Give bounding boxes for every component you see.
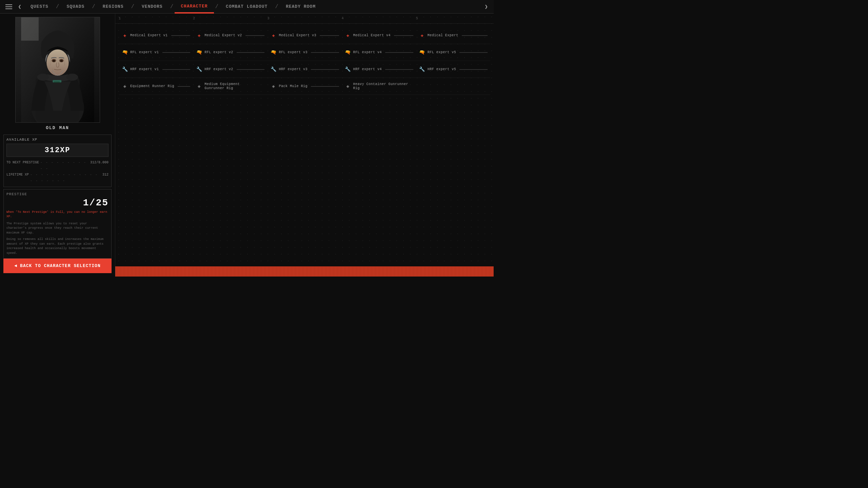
skill-bar-pack_mule_rig [311,86,339,87]
skill-icon-hrf_expert_v4: 🔧 [344,66,351,73]
skill-bar-rfl_expert_v3 [311,52,339,53]
prestige-value: 1/25 [6,198,108,208]
lifetime-xp-row: LIFETIME XP - - - - - - - - - - - - - - … [6,172,108,184]
to-next-prestige-row: TO NEXT PRESTIGE - - - - - - - - - - - 3… [6,160,108,172]
nav-prev-button[interactable]: ❮ [15,2,24,12]
skill-bar-equipment_runner_rig [178,86,190,87]
skill-name-hrf_expert_v1: HRF expert v1 [130,67,159,72]
nav-item-combat-loadout[interactable]: COMBAT LOADOUT [220,0,274,14]
to-next-prestige-value: 312/8.000 [90,160,108,172]
skill-icon-hrf_expert_v2: 🔧 [196,66,202,73]
skill-name-rfl_expert_v4: RFL expert v4 [353,50,382,55]
skill-icon-medical_expert_v4: ✚ [344,32,351,39]
skill-cell-hrf_expert_v3[interactable]: 🔧HRF expert v3 [267,61,341,78]
skill-bar-rfl_expert_v1 [162,52,191,53]
skill-name-medical_expert_v1: Medical Expert v1 [130,34,168,38]
nav-item-regions[interactable]: REGIONS [97,0,130,14]
skill-icon-equipment_runner_rig: ◈ [121,83,128,90]
character-name: OLD MAN [3,123,112,133]
nav-next-button[interactable]: ❯ [481,2,491,12]
skill-icon-pack_mule_rig: ◈ [270,83,277,90]
nav-separator: / [170,4,174,10]
skill-cell-rfl_expert_v1[interactable]: 🔫RFL expert v1 [119,44,193,61]
skill-cell-rfl_expert_v3[interactable]: 🔫RFL expert v3 [267,44,341,61]
skill-cell-empty-r3-t5 [416,78,490,95]
svg-rect-9 [54,82,59,83]
skill-bar-rfl_expert_v4 [385,52,413,53]
lifetime-xp-label: LIFETIME XP [6,172,29,184]
skill-name-rfl_expert_v2: RFL expert v2 [204,50,233,55]
skill-name-medical_expert_v3: Medical Expert v3 [279,34,316,38]
skill-bar-medical_expert_v5 [462,35,488,36]
svg-point-10 [37,74,48,81]
skill-cell-hrf_expert_v2[interactable]: 🔧HRF expert v2 [193,61,267,78]
skill-bar-medical_expert_v3 [320,35,339,36]
back-arrow-icon: ◄ [14,263,17,268]
skill-icon-medium_equipment_gunrunner_rig: ◈ [196,83,202,90]
skills-area: ✚Medical Expert v1✚Medical Expert v2✚Med… [115,24,494,266]
svg-point-7 [60,60,63,62]
skill-icon-hrf_expert_v5: 🔧 [419,66,426,73]
nav-item-quests[interactable]: QUESTS [24,0,55,14]
right-panel: 12345 ✚Medical Expert v1✚Medical Expert … [115,14,494,277]
xp-panel-title: AVAILABLE XP [6,138,108,142]
skill-icon-medical_expert_v3: ✚ [270,32,277,39]
nav-item-character[interactable]: CHARACTER [175,0,214,14]
skill-cell-medical_expert_v2[interactable]: ✚Medical Expert v2 [193,27,267,44]
prestige-desc-1: The Prestige system allows you to reset … [6,222,108,236]
nav-separator: / [56,4,59,10]
skill-icon-rfl_expert_v1: 🔫 [121,49,128,56]
skill-cell-hrf_expert_v1[interactable]: 🔧HRF expert v1 [119,61,193,78]
skill-cell-medical_expert_v4[interactable]: ✚Medical Expert v4 [342,27,416,44]
skill-cell-rfl_expert_v2[interactable]: 🔫RFL expert v2 [193,44,267,61]
tier-label-3: 3 [267,17,341,20]
skill-bar-hrf_expert_v2 [237,69,265,70]
skill-icon-rfl_expert_v4: 🔫 [344,49,351,56]
skill-bar-hrf_expert_v4 [385,69,413,70]
nav-item-ready-room[interactable]: READY ROOM [280,0,322,14]
skill-bar-hrf_expert_v1 [162,69,191,70]
nav-item-squads[interactable]: SQUADS [60,0,91,14]
skill-cell-rfl_expert_v5[interactable]: 🔫RFL expert v5 [416,44,490,61]
xp-value: 312XP [6,144,108,157]
nav-separator: / [131,4,134,10]
skill-name-rfl_expert_v3: RFL expert v3 [279,50,308,55]
character-portrait [15,17,100,123]
nav-separator: / [275,4,278,10]
nav-item-vendors[interactable]: VENDORS [136,0,169,14]
skill-icon-medical_expert_v5: ✚ [419,32,426,39]
svg-point-11 [66,74,78,81]
skill-cell-medical_expert_v5[interactable]: ✚Medical Expert [416,27,490,44]
svg-point-3 [46,49,69,76]
nav-items: QUESTS/SQUADS/REGIONS/VENDORS/CHARACTER/… [24,0,481,14]
skill-cell-equipment_runner_rig[interactable]: ◈Equipment Runner Rig [119,78,193,95]
skill-cell-hrf_expert_v4[interactable]: 🔧HRF expert v4 [342,61,416,78]
skill-name-hrf_expert_v4: HRF expert v4 [353,67,382,72]
skill-name-heavy_container_gunrunner_rig: Heavy Container Gunrunner Rig [353,82,410,90]
main-content: OLD MAN AVAILABLE XP 312XP TO NEXT PREST… [0,14,494,277]
prestige-desc-2: Doing so removes all skills and increase… [6,237,108,256]
skill-cell-pack_mule_rig[interactable]: ◈Pack Mule Rig [267,78,341,95]
skill-cell-medical_expert_v3[interactable]: ✚Medical Expert v3 [267,27,341,44]
skill-icon-rfl_expert_v2: 🔫 [196,49,202,56]
skill-name-hrf_expert_v2: HRF expert v2 [204,67,233,72]
skill-icon-heavy_container_gunrunner_rig: ◈ [344,83,351,90]
xp-progress-bar [115,266,494,277]
top-nav: ❮ QUESTS/SQUADS/REGIONS/VENDORS/CHARACTE… [0,0,494,14]
skill-cell-medium_equipment_gunrunner_rig[interactable]: ◈Medium Equipment Gunrunner Rig [193,78,267,95]
xp-stats: TO NEXT PRESTIGE - - - - - - - - - - - 3… [6,160,108,184]
skill-name-medical_expert_v2: Medical Expert v2 [204,34,242,38]
skill-cell-medical_expert_v1[interactable]: ✚Medical Expert v1 [119,27,193,44]
skill-cell-heavy_container_gunrunner_rig[interactable]: ◈Heavy Container Gunrunner Rig [342,78,416,95]
tier-label-5: 5 [416,17,490,20]
menu-button[interactable] [3,1,15,13]
nav-separator: / [92,4,95,10]
skill-bar-medical_expert_v1 [171,35,191,36]
skill-cell-rfl_expert_v4[interactable]: 🔫RFL expert v4 [342,44,416,61]
skill-bar-rfl_expert_v2 [237,52,265,53]
skill-bar-hrf_expert_v3 [311,69,339,70]
to-next-prestige-label: TO NEXT PRESTIGE [6,160,39,172]
back-to-character-selection-button[interactable]: ◄ BACK TO CHARACTER SELECTION [3,259,112,273]
skill-cell-hrf_expert_v5[interactable]: 🔧HRF expert v5 [416,61,490,78]
skill-icon-medical_expert_v1: ✚ [121,32,128,39]
